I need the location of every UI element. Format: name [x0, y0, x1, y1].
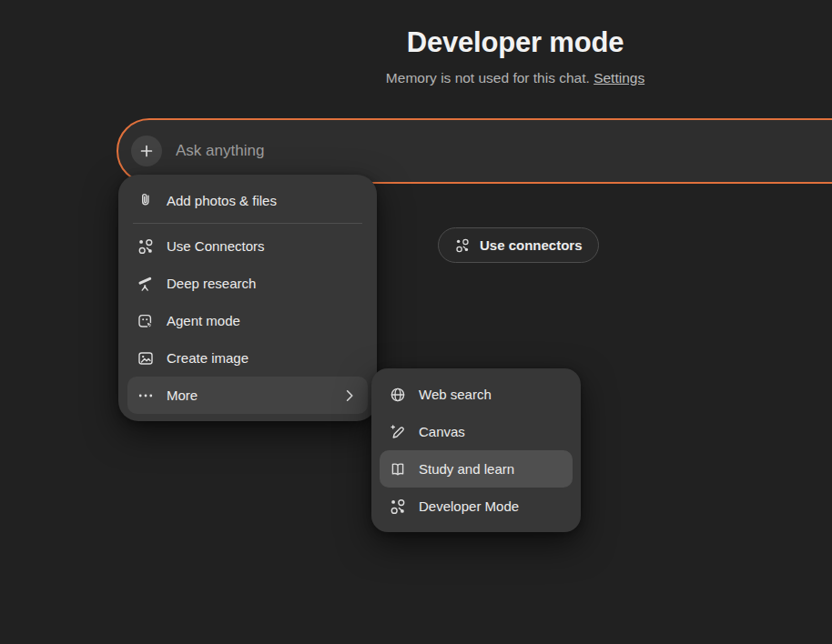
- ellipsis-icon: [137, 387, 155, 405]
- telescope-icon: [137, 275, 155, 293]
- submenu-item-canvas[interactable]: Canvas: [380, 413, 573, 450]
- menu-item-add-photos-files[interactable]: Add photos & files: [127, 182, 368, 219]
- menu-item-label: Add photos & files: [167, 193, 277, 208]
- agent-face-cursor-icon: [137, 312, 155, 330]
- chat-header: Developer mode Memory is not used for th…: [386, 27, 644, 86]
- connectors-icon: [137, 237, 155, 256]
- plus-icon: [137, 142, 156, 160]
- menu-item-deep-research[interactable]: Deep research: [127, 265, 368, 302]
- menu-item-label: Study and learn: [419, 461, 514, 477]
- menu-item-agent-mode[interactable]: Agent mode: [127, 302, 368, 339]
- more-submenu: Web search Canvas Study and learn: [371, 368, 581, 532]
- paperclip-icon: [137, 192, 155, 210]
- image-icon: [137, 349, 155, 367]
- menu-item-label: Deep research: [167, 276, 256, 291]
- menu-item-label: Web search: [419, 387, 492, 402]
- globe-icon: [389, 386, 407, 404]
- attach-menu: Add photos & files Use Connectors: [118, 175, 377, 421]
- submenu-item-developer-mode[interactable]: Developer Mode: [380, 488, 573, 525]
- menu-item-create-image[interactable]: Create image: [127, 339, 368, 377]
- connectors-icon: [454, 237, 471, 254]
- menu-item-more[interactable]: More: [127, 377, 368, 414]
- memory-notice: Memory is not used for this chat. Settin…: [386, 70, 644, 86]
- menu-item-label: Use Connectors: [167, 238, 265, 254]
- chevron-right-icon: [340, 387, 359, 405]
- use-connectors-label: Use connectors: [480, 237, 583, 253]
- memory-notice-text: Memory is not used for this chat.: [386, 70, 590, 86]
- settings-link[interactable]: Settings: [594, 70, 644, 86]
- message-input[interactable]: [174, 141, 832, 161]
- submenu-item-study-and-learn[interactable]: Study and learn: [380, 450, 573, 488]
- app-root: Developer mode Memory is not used for th…: [0, 0, 832, 644]
- menu-item-label: More: [167, 387, 198, 403]
- attach-plus-button[interactable]: [131, 136, 162, 166]
- pencil-sparkle-icon: [389, 423, 407, 441]
- connectors-icon: [389, 498, 407, 516]
- menu-item-label: Canvas: [419, 424, 465, 439]
- open-book-icon: [389, 460, 407, 478]
- submenu-item-web-search[interactable]: Web search: [380, 376, 573, 413]
- use-connectors-button[interactable]: Use connectors: [438, 227, 599, 263]
- menu-item-label: Create image: [167, 350, 249, 366]
- page-title: Developer mode: [386, 27, 644, 58]
- menu-item-label: Developer Mode: [419, 498, 519, 514]
- menu-divider: [133, 223, 362, 224]
- menu-item-label: Agent mode: [167, 313, 240, 328]
- menu-item-use-connectors[interactable]: Use Connectors: [127, 227, 368, 265]
